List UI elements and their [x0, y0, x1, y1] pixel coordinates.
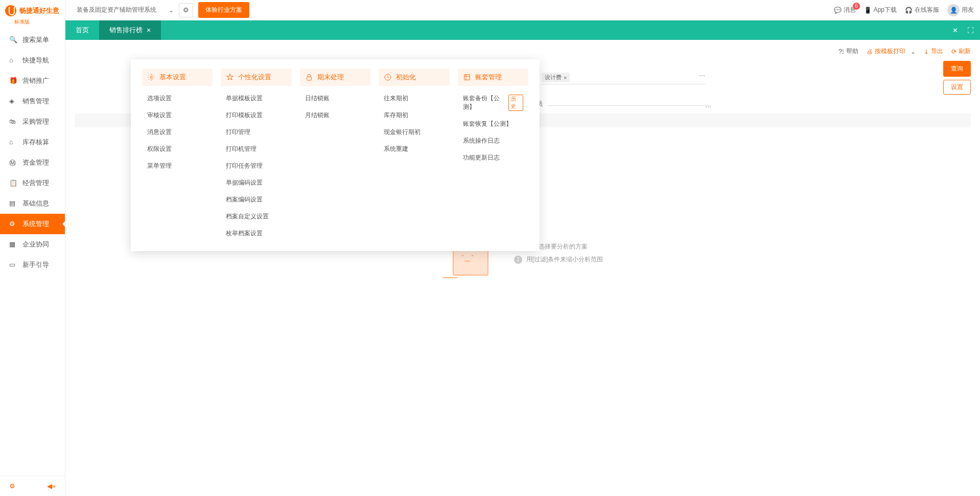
app-download-link[interactable]: 📱 App下载 — [864, 6, 897, 14]
menu-item[interactable]: 菜单管理 — [142, 157, 213, 174]
menu-item[interactable]: 打印模板设置 — [221, 107, 291, 124]
customer-service-link[interactable]: 🎧 在线客服 — [905, 6, 939, 14]
menu-item[interactable]: 打印任务管理 — [221, 157, 291, 174]
tabbar-actions: ✕ ⛶ — [950, 25, 976, 36]
fullscreen-icon[interactable]: ⛶ — [965, 25, 976, 36]
menu-item[interactable]: 月结锁账 — [300, 107, 370, 124]
tab-label: 销售排行榜 — [109, 26, 143, 35]
menu-item-label: 审核设置 — [147, 111, 172, 120]
settings-button[interactable]: ⚙ — [179, 3, 193, 17]
sidebar-item-label: 搜索菜单 — [22, 35, 49, 44]
money-icon: Ⓜ — [9, 159, 17, 167]
sidebar-item-11[interactable]: ▭新手引导 — [0, 255, 65, 275]
menu-item-label: 打印机管理 — [226, 145, 256, 153]
menu-item-label: 现金银行期初 — [384, 128, 421, 137]
menu-col-header: 期末处理 — [300, 69, 370, 86]
sidebar-item-label: 经营管理 — [22, 178, 49, 188]
history-badge[interactable]: 历史 — [508, 95, 523, 111]
menu-item[interactable]: 枚举档案设置 — [221, 225, 291, 242]
sidebar-item-9[interactable]: ⚙系统管理 — [0, 214, 65, 234]
menu-item[interactable]: 选项设置 — [142, 90, 213, 107]
menu-item-label: 账套备份【公测】 — [463, 94, 509, 111]
chevron-down-icon: ⌄ — [169, 7, 174, 14]
menu-col-header: 初始化 — [379, 69, 449, 86]
system-selector[interactable]: 装备及固定资产辅助管理系统 ⌄ — [72, 6, 179, 14]
settings-button[interactable]: 设置 — [943, 80, 971, 95]
export-label: 导出 — [931, 47, 943, 56]
product-tag[interactable]: 设计费 × — [542, 73, 570, 82]
system-name: 装备及固定资产辅助管理系统 — [77, 6, 156, 14]
menu-item[interactable]: 现金银行期初 — [379, 124, 449, 141]
menu-item[interactable]: 档案自定义设置 — [221, 208, 291, 225]
tab-close-all-icon[interactable]: ✕ — [950, 25, 960, 36]
menu-item[interactable]: 往来期初 — [379, 90, 449, 107]
sidebar-item-label: 新手引导 — [22, 260, 49, 269]
nav: 🔍搜索菜单⌂快捷导航🎁营销推广◈销售管理🛍采购管理⌂库存核算Ⓜ资金管理📋经营管理… — [0, 30, 65, 476]
refresh-link[interactable]: ⟳ 刷新 — [951, 47, 971, 56]
sidebar-item-10[interactable]: ▦企业协同 — [0, 234, 65, 255]
service-label: 在线客服 — [915, 6, 939, 14]
tab-0[interactable]: 首页 — [65, 20, 99, 40]
sidebar-item-8[interactable]: ▤基础信息 — [0, 193, 65, 214]
print-label: 按模板打印 — [875, 47, 905, 56]
menu-item[interactable]: 档案编码设置 — [221, 191, 291, 208]
sidebar-item-0[interactable]: 🔍搜索菜单 — [0, 30, 65, 50]
step-text: 用[过滤]条件来缩小分析范围 — [526, 255, 603, 264]
sidebar-item-6[interactable]: Ⓜ资金管理 — [0, 152, 65, 173]
grid-icon: ▦ — [9, 240, 17, 249]
menu-item[interactable]: 账套备份【公测】历史 — [458, 90, 528, 116]
user-menu[interactable]: 👤 用友 — [947, 4, 974, 16]
menu-item[interactable]: 打印管理 — [221, 124, 291, 141]
more-icon[interactable]: ⋯ — [705, 103, 711, 110]
menu-item[interactable]: 日结锁账 — [300, 90, 370, 107]
menu-item-label: 单据编码设置 — [226, 178, 263, 187]
menu-item-label: 打印任务管理 — [226, 162, 263, 170]
sidebar-item-1[interactable]: ⌂快捷导航 — [0, 50, 65, 71]
layers-icon: ▤ — [9, 199, 17, 208]
menu-item[interactable]: 系统操作日志 — [458, 132, 528, 149]
menu-item[interactable]: 权限设置 — [142, 141, 213, 157]
book-icon: ▭ — [9, 261, 17, 269]
footer-collapse-icon[interactable]: ◀» — [47, 482, 56, 490]
sidebar-item-4[interactable]: 🛍采购管理 — [0, 111, 65, 132]
export-link[interactable]: ⤓ 导出 — [924, 47, 943, 56]
menu-item[interactable]: 功能更新日志 — [458, 149, 528, 166]
menu-item-label: 月结锁账 — [305, 111, 330, 120]
menu-item[interactable]: 系统重建 — [379, 141, 449, 157]
menu-item-label: 选项设置 — [147, 94, 172, 103]
menu-item[interactable]: 消息设置 — [142, 124, 213, 141]
tab-label: 首页 — [76, 26, 89, 35]
message-badge: 6 — [853, 3, 860, 10]
menu-item[interactable]: 库存期初 — [379, 107, 449, 124]
footer-gear-icon[interactable]: ⚙ — [9, 482, 15, 490]
phone-icon: 📱 — [864, 7, 872, 14]
sidebar-item-2[interactable]: 🎁营销推广 — [0, 71, 65, 91]
tab-close-icon[interactable]: × — [147, 26, 151, 34]
menu-col-header: 基本设置 — [142, 69, 213, 86]
sales-input[interactable]: ⋯ — [548, 102, 711, 106]
menu-item[interactable]: 单据模板设置 — [221, 90, 291, 107]
message-icon: 💬 — [834, 7, 842, 14]
sidebar-item-5[interactable]: ⌂库存核算 — [0, 132, 65, 152]
tab-1[interactable]: 销售排行榜× — [99, 20, 161, 40]
messages-link[interactable]: 💬 消息 6 — [834, 6, 856, 14]
step-number: 2 — [514, 256, 522, 264]
menu-item[interactable]: 打印机管理 — [221, 141, 291, 157]
sidebar-item-7[interactable]: 📋经营管理 — [0, 173, 65, 193]
menu-item[interactable]: 账套恢复【公测】 — [458, 116, 528, 132]
help-link[interactable]: ?⃝ 帮助 — [838, 47, 858, 56]
tag-close-icon[interactable]: × — [564, 75, 567, 81]
more-icon[interactable]: ⋯ — [699, 72, 705, 79]
print-link[interactable]: 🖨 按模板打印 ⌄ — [867, 47, 916, 56]
menu-item[interactable]: 单据编码设置 — [221, 174, 291, 191]
help-icon: ?⃝ — [838, 48, 844, 55]
menu-item[interactable]: 审核设置 — [142, 107, 213, 124]
user-name: 用友 — [962, 6, 974, 14]
product-input[interactable]: 设计费 × ⋯ — [542, 71, 705, 84]
menu-col-2: 期末处理日结锁账月结锁账 — [296, 69, 375, 242]
query-button[interactable]: 查询 — [943, 61, 971, 77]
menu-col-header: 账套管理 — [458, 69, 528, 86]
sidebar-item-3[interactable]: ◈销售管理 — [0, 91, 65, 111]
refresh-icon: ⟳ — [951, 48, 956, 55]
industry-plan-button[interactable]: 体验行业方案 — [198, 2, 249, 18]
